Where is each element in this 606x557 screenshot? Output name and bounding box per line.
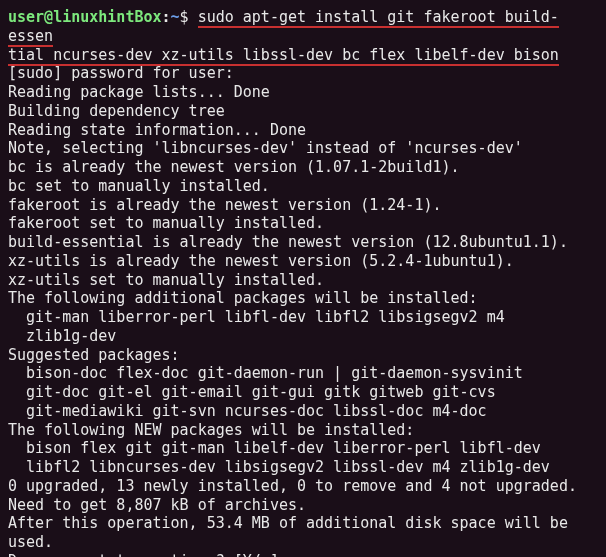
prompt-colon: :	[162, 8, 171, 26]
terminal-output: [sudo] password for user: Reading packag…	[8, 64, 598, 557]
command-text-line2: tial ncurses-dev xz-utils libssl-dev bc …	[8, 46, 559, 66]
prompt-path: ~	[171, 8, 180, 26]
terminal-window[interactable]: user@linuxhintBox:~$ sudo apt-get instal…	[8, 8, 598, 557]
prompt-dollar: $	[180, 8, 198, 26]
prompt-user: user@linuxhintBox	[8, 8, 162, 26]
